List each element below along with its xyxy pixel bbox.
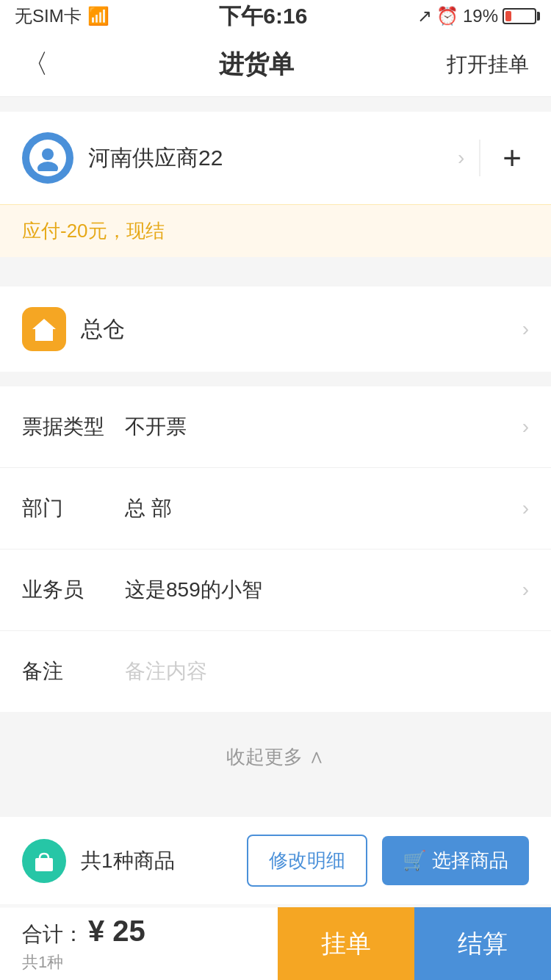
invoice-value: 不开票	[125, 413, 515, 441]
warehouse-chevron-icon: ›	[522, 317, 529, 341]
sales-value: 这是859的小智	[125, 576, 515, 604]
select-product-icon: 🛒	[403, 849, 426, 872]
status-bar: 无SIM卡 📶 下午6:16 ↗ ⏰ 19%	[0, 0, 551, 32]
nav-bar: 〈 进货单 打开挂单	[0, 32, 551, 97]
status-right: ↗ ⏰ 19%	[417, 6, 536, 26]
status-time: 下午6:16	[219, 1, 307, 32]
battery-fill	[505, 11, 511, 21]
supplier-chevron-icon: ›	[458, 146, 464, 170]
svg-marker-2	[32, 319, 56, 341]
select-product-label: 选择商品	[432, 848, 508, 873]
form-section: 票据类型 不开票 › 部门 总 部 › 业务员 这是859的小智 › 备注 备注…	[0, 386, 551, 712]
battery-text: 19%	[463, 6, 498, 26]
warehouse-row[interactable]: 总仓 ›	[0, 287, 551, 372]
carrier-text: 无SIM卡	[15, 4, 82, 28]
house-icon	[31, 316, 57, 342]
section-gap-1	[0, 97, 551, 112]
status-left: 无SIM卡 📶	[15, 4, 109, 28]
supplier-name: 河南供应商22	[88, 143, 450, 173]
remark-label: 备注	[22, 657, 125, 685]
product-icon	[22, 839, 66, 883]
select-product-button[interactable]: 🛒 选择商品	[382, 836, 529, 885]
remark-row[interactable]: 备注 备注内容	[0, 630, 551, 712]
sales-label: 业务员	[22, 576, 125, 604]
total-count: 共1种	[22, 951, 256, 973]
total-label-row: 合计： ¥ 25	[22, 915, 256, 948]
supplier-divider	[479, 140, 480, 176]
alarm-icon: ⏰	[436, 6, 458, 26]
supplier-section: 河南供应商22 › + 应付-20元，现结	[0, 112, 551, 257]
supplier-row[interactable]: 河南供应商22 › +	[0, 112, 551, 204]
supplier-avatar	[22, 132, 73, 184]
open-pending-button[interactable]: 打开挂单	[447, 51, 529, 79]
svg-rect-3	[35, 858, 53, 871]
page-title: 进货单	[219, 48, 294, 82]
section-gap-4	[0, 788, 551, 802]
dept-row[interactable]: 部门 总 部 ›	[0, 467, 551, 549]
section-gap-2	[0, 257, 551, 272]
dept-chevron-icon: ›	[522, 497, 529, 520]
wifi-icon: 📶	[87, 6, 109, 26]
hang-order-button[interactable]: 挂单	[278, 907, 414, 980]
sales-chevron-icon: ›	[522, 578, 529, 602]
warehouse-name: 总仓	[81, 314, 515, 345]
battery-icon	[503, 8, 536, 24]
warehouse-icon	[22, 307, 66, 351]
product-count-label: 共1种商品	[81, 847, 232, 875]
supplier-avatar-inner	[29, 140, 66, 176]
edit-detail-button[interactable]: 修改明细	[247, 835, 367, 887]
invoice-label: 票据类型	[22, 413, 125, 441]
remark-placeholder[interactable]: 备注内容	[125, 657, 529, 685]
sales-row[interactable]: 业务员 这是859的小智 ›	[0, 549, 551, 630]
add-supplier-button[interactable]: +	[495, 140, 529, 176]
svg-point-1	[37, 162, 58, 171]
person-icon	[35, 145, 61, 171]
total-label-text: 合计：	[22, 920, 84, 948]
invoice-row[interactable]: 票据类型 不开票 ›	[0, 386, 551, 467]
collapse-button[interactable]: 收起更多 ∧	[0, 727, 551, 788]
shop-bag-icon	[31, 848, 57, 874]
back-button[interactable]: 〈	[22, 46, 66, 82]
checkout-button[interactable]: 结算	[414, 907, 551, 980]
bottom-toolbar: 合计： ¥ 25 共1种 挂单 结算	[0, 907, 551, 980]
notice-bar: 应付-20元，现结	[0, 204, 551, 257]
location-icon: ↗	[417, 6, 432, 26]
total-section: 合计： ¥ 25 共1种	[0, 907, 278, 980]
dept-value: 总 部	[125, 494, 515, 522]
total-amount: ¥ 25	[88, 915, 145, 948]
dept-label: 部门	[22, 494, 125, 522]
invoice-chevron-icon: ›	[522, 415, 529, 439]
svg-point-0	[42, 148, 54, 160]
section-gap-3	[0, 372, 551, 386]
product-header: 共1种商品 修改明细 🛒 选择商品	[0, 817, 551, 904]
